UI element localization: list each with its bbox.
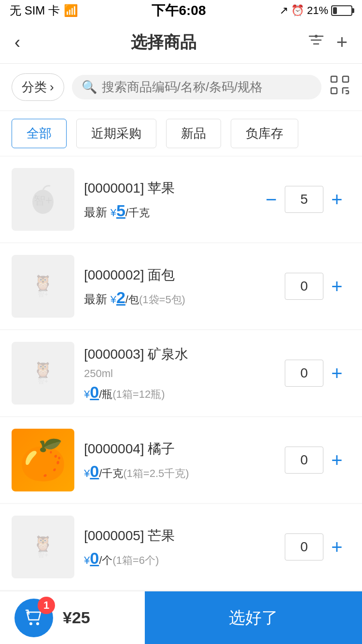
nav-actions: + (307, 31, 348, 53)
quantity-input[interactable] (285, 360, 323, 387)
product-info: [0000002] 面包 最新 ¥2/包(1袋=5包) (84, 266, 275, 307)
increase-button[interactable]: + (323, 360, 350, 387)
cart-total: ¥25 (63, 608, 90, 627)
product-image: 智+ (12, 168, 74, 231)
svg-text:智+: 智+ (34, 194, 52, 207)
product-price: ¥0/瓶(1箱=12瓶) (84, 383, 275, 402)
bottom-bar: 1 ¥25 选好了 (0, 591, 362, 644)
product-image: 🦉 智+ (12, 516, 74, 578)
cart-button[interactable]: 1 (14, 599, 53, 637)
cart-badge: 1 (38, 597, 55, 614)
product-name: [0000005] 芒果 (84, 527, 275, 545)
tabs: 全部 近期采购 新品 负库存 (0, 111, 362, 156)
increase-button[interactable]: + (323, 533, 350, 560)
svg-point-23 (29, 622, 32, 625)
svg-point-24 (36, 622, 39, 625)
tab-recent[interactable]: 近期采购 (76, 119, 156, 148)
quantity-control: + (285, 447, 350, 474)
search-icon: 🔍 (82, 80, 97, 95)
location-icon: ↗ (279, 4, 288, 17)
search-bar: 分类 › 🔍 (0, 64, 362, 111)
svg-rect-4 (331, 76, 337, 82)
quantity-control: − + (258, 186, 350, 213)
product-info: [0000004] 橘子 ¥0/千克(1箱=2.5千克) (84, 440, 275, 481)
quantity-control: + (285, 273, 350, 300)
alarm-icon: ⏰ (291, 4, 304, 17)
product-name: [0000003] 矿泉水 (84, 345, 275, 364)
increase-button[interactable]: + (323, 186, 350, 213)
product-image: 🦉 智+ (12, 255, 74, 318)
svg-text:智+: 智+ (38, 551, 48, 559)
tab-negative[interactable]: 负库存 (231, 119, 298, 148)
svg-point-3 (315, 35, 318, 38)
quantity-input[interactable] (285, 186, 323, 213)
product-item: 🦉 智+ [0000003] 矿泉水 250ml ¥0/瓶(1箱=12瓶) + (0, 330, 362, 416)
decrease-button[interactable]: − (258, 186, 285, 213)
product-info: [0000005] 芒果 ¥0/个(1箱=6个) (84, 527, 275, 568)
product-info: [0000003] 矿泉水 250ml ¥0/瓶(1箱=12瓶) (84, 345, 275, 402)
svg-text:🦉: 🦉 (33, 361, 53, 379)
category-label: 分类 (22, 79, 47, 96)
category-button[interactable]: 分类 › (12, 73, 64, 101)
status-left: 无 SIM 卡 📶 (10, 3, 78, 18)
page-title: 选择商品 (131, 31, 196, 54)
product-info: [0000001] 苹果 最新 ¥5/千克 (84, 179, 248, 220)
product-image: 🦉 智+ (12, 342, 74, 405)
quantity-control: + (285, 360, 350, 387)
product-spec: 250ml (84, 367, 275, 380)
filter-button[interactable] (307, 31, 325, 53)
product-name: [0000001] 苹果 (84, 179, 248, 197)
quantity-input[interactable] (285, 273, 323, 300)
product-name: [0000002] 面包 (84, 266, 275, 284)
svg-rect-6 (331, 88, 337, 94)
quantity-control: + (285, 533, 350, 560)
quantity-input[interactable] (285, 447, 323, 474)
status-bar: 无 SIM 卡 📶 下午6:08 ↗ ⏰ 21% (0, 0, 362, 21)
quantity-input[interactable] (285, 533, 323, 560)
time-label: 下午6:08 (152, 1, 206, 20)
product-price: 最新 ¥2/包(1袋=5包) (84, 288, 275, 307)
status-right: ↗ ⏰ 21% (279, 4, 352, 17)
battery-icon (331, 5, 352, 16)
svg-text:智+: 智+ (38, 377, 48, 385)
cart-section: 1 ¥25 (0, 599, 145, 637)
svg-text:智+: 智+ (38, 290, 48, 298)
product-image: 🍊 (12, 429, 74, 491)
product-price: ¥0/千克(1箱=2.5千克) (84, 462, 275, 481)
product-item: 🦉 智+ [0000002] 面包 最新 ¥2/包(1袋=5包) + (0, 243, 362, 329)
battery-label: 21% (307, 4, 328, 17)
product-item: 智+ [0000001] 苹果 最新 ¥5/千克 − + (0, 156, 362, 242)
confirm-button[interactable]: 选好了 (145, 591, 362, 644)
back-button[interactable]: ‹ (14, 32, 20, 53)
nav-bar: ‹ 选择商品 + (0, 21, 362, 64)
scan-button[interactable] (329, 74, 350, 100)
wifi-icon: 📶 (64, 4, 78, 17)
search-input[interactable] (102, 80, 312, 95)
product-item: 🦉 智+ [0000005] 芒果 ¥0/个(1箱=6个) + (0, 504, 362, 590)
add-button[interactable]: + (336, 31, 348, 53)
svg-text:🦉: 🦉 (33, 534, 53, 553)
product-price: 最新 ¥5/千克 (84, 201, 248, 220)
increase-button[interactable]: + (323, 273, 350, 300)
tab-new[interactable]: 新品 (166, 119, 221, 148)
search-input-wrap: 🔍 (72, 75, 321, 99)
tab-all[interactable]: 全部 (12, 119, 67, 148)
chevron-right-icon: › (50, 80, 54, 95)
svg-rect-5 (343, 76, 348, 82)
product-item: 🍊 [0000004] 橘子 ¥0/千克(1箱=2.5千克) + (0, 417, 362, 503)
product-list: 智+ [0000001] 苹果 最新 ¥5/千克 − + 🦉 智+ [00000… (0, 156, 362, 644)
product-price: ¥0/个(1箱=6个) (84, 549, 275, 568)
increase-button[interactable]: + (323, 447, 350, 474)
svg-text:🦉: 🦉 (33, 274, 53, 292)
carrier-label: 无 SIM 卡 (10, 3, 60, 18)
product-name: [0000004] 橘子 (84, 440, 275, 458)
